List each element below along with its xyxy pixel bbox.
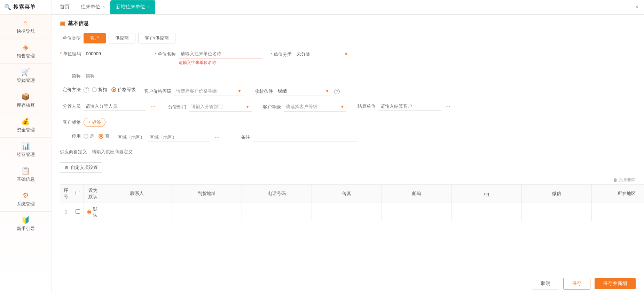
tab-contacts[interactable]: 往来单位 ×: [75, 0, 110, 14]
section-basic-info: ▣ 基本信息: [60, 20, 636, 27]
tab-contacts-close-icon[interactable]: ×: [102, 5, 105, 9]
payment-terms-help-icon[interactable]: ?: [334, 89, 340, 94]
default-radio[interactable]: 默认: [87, 206, 98, 218]
department-select[interactable]: 请输入分管部门 ▼: [189, 102, 252, 112]
sidebar: 🔍 搜索菜单 ⌂ 快捷导航 ◈ 销售管理 🛒 采购管理 📦 库存核算 💰 资金管…: [0, 0, 52, 293]
phone-input[interactable]: [245, 208, 308, 216]
region-group: 区域（地区） ···: [118, 133, 221, 141]
short-name-label: 简称: [60, 73, 81, 79]
region-input[interactable]: [148, 133, 210, 141]
short-name-group: 简称: [60, 72, 181, 80]
customer-level-arrow-icon: ▼: [340, 104, 344, 109]
disabled-no-radio[interactable]: 否: [99, 133, 109, 139]
disabled-yes-radio[interactable]: 是: [84, 133, 94, 139]
customer-price-level-group: 客户价格等级 请选择客户价格等级 ▼: [144, 87, 244, 96]
custom-settings-label: 自定义项设置: [71, 164, 98, 171]
address-input[interactable]: [175, 208, 238, 216]
qq-input[interactable]: [455, 208, 518, 216]
tab-new-contact-close-icon[interactable]: ×: [147, 5, 150, 9]
customer-price-level-label: 客户价格等级: [144, 88, 171, 95]
settlement-unit-label: 结算单位: [355, 103, 376, 109]
select-all-checkbox[interactable]: [76, 191, 80, 195]
add-tag-button[interactable]: + 标签: [84, 118, 105, 127]
disabled-yes-circle: [84, 134, 88, 139]
sidebar-item-base-info[interactable]: 📋 基础信息: [0, 162, 51, 187]
region-table-input[interactable]: [595, 208, 644, 216]
unit-name-input[interactable]: [179, 50, 262, 58]
manager-label: 分管人员: [60, 103, 81, 109]
unit-code-label: 单位编码: [60, 51, 81, 57]
col-email: 邮箱: [382, 185, 452, 203]
finance-icon: 💰: [21, 117, 30, 125]
cell-checkbox: [72, 203, 84, 221]
sidebar-item-beginner[interactable]: 🔰 新手引导: [0, 212, 51, 236]
default-radio-circle: [87, 210, 91, 214]
manager-input[interactable]: [84, 102, 146, 111]
region-more-icon[interactable]: ···: [213, 134, 221, 141]
unit-category-label: 单位分类: [270, 51, 292, 58]
short-name-input[interactable]: [84, 72, 181, 80]
payment-terms-select[interactable]: 现结 ▼: [276, 87, 331, 96]
fax-input[interactable]: [315, 208, 378, 216]
settlement-unit-more-icon[interactable]: ···: [444, 103, 452, 110]
cell-seq: 1: [60, 203, 72, 221]
customer-level-select[interactable]: 请选择客户等级 ▼: [284, 102, 346, 112]
manager-more-icon[interactable]: ···: [149, 103, 157, 110]
col-contact: 联系人: [102, 185, 172, 203]
email-input[interactable]: [385, 208, 448, 216]
gear-icon: ⚙: [64, 165, 69, 170]
col-qq: qq: [452, 185, 522, 203]
type-btn-supplier[interactable]: 供应商: [109, 33, 135, 43]
save-new-button[interactable]: 保存并新增: [595, 278, 636, 289]
contacts-table: 序号 设为默认 联系人 到货地址 电话号码 传真 邮箱 qq 微信 所在地区 操…: [60, 184, 644, 221]
unit-info-row: 单位编码 单位名称 请输入往来单位名称 单位分类 未分类 ▼: [60, 50, 636, 66]
unit-code-input[interactable]: [84, 50, 147, 58]
beginner-icon: 🔰: [21, 216, 30, 224]
sidebar-item-quick-nav[interactable]: ⌂ 快捷导航: [0, 15, 51, 39]
customer-price-level-select[interactable]: 请选择客户价格等级 ▼: [174, 87, 244, 96]
col-address: 到货地址: [172, 185, 242, 203]
sidebar-item-inventory[interactable]: 📦 库存核算: [0, 88, 51, 113]
remark-input[interactable]: [253, 133, 358, 141]
settlement-unit-input[interactable]: [378, 102, 441, 111]
sidebar-item-operations[interactable]: 📊 经营管理: [0, 138, 51, 162]
contact-input[interactable]: [105, 208, 168, 216]
window-close-button[interactable]: ×: [633, 2, 641, 11]
batch-delete-button[interactable]: 🗑 批量删除: [60, 177, 636, 183]
cell-region: [592, 203, 644, 221]
sidebar-item-purchase[interactable]: 🛒 采购管理: [0, 64, 51, 88]
payment-terms-group: 收款条件 现结 ▼ ?: [252, 87, 340, 96]
unit-code-group: 单位编码: [60, 50, 147, 58]
sidebar-search[interactable]: 🔍 搜索菜单: [0, 0, 51, 15]
supplier-custom-input[interactable]: [90, 148, 187, 156]
tag-label: 客户标签: [60, 119, 81, 125]
tab-home[interactable]: 首页: [54, 0, 75, 14]
tab-new-contact[interactable]: 新增往来单位 ×: [110, 0, 155, 14]
cell-qq: [452, 203, 522, 221]
sidebar-item-sales[interactable]: ◈ 销售管理: [0, 39, 51, 64]
pricing-level-radio[interactable]: 价格等级: [111, 87, 136, 93]
default-radio-label: 默认: [92, 206, 98, 218]
type-btn-customer[interactable]: 客户: [84, 33, 106, 43]
save-button[interactable]: 保存: [563, 278, 590, 290]
sidebar-item-finance[interactable]: 💰 资金管理: [0, 113, 51, 138]
sidebar-item-label: 系统管理: [17, 201, 35, 207]
search-icon: 🔍: [4, 4, 11, 10]
pricing-method-group: 定价方法 ? 折扣 价格等级: [60, 87, 136, 93]
pricing-help-icon[interactable]: ?: [84, 87, 89, 92]
type-btn-both[interactable]: 客户/供应商: [138, 33, 175, 43]
sidebar-item-label: 销售管理: [17, 53, 35, 59]
sidebar-item-system[interactable]: ⚙ 系统管理: [0, 187, 51, 212]
type-btn-group: 客户 供应商 客户/供应商: [84, 33, 175, 43]
unit-name-label: 单位名称: [155, 51, 176, 57]
cancel-button[interactable]: 取消: [532, 278, 559, 290]
cell-phone: [242, 203, 312, 221]
unit-category-select[interactable]: 未分类 ▼: [294, 50, 350, 59]
cell-default: 默认: [84, 203, 102, 221]
row-checkbox[interactable]: [76, 209, 80, 214]
custom-settings-button[interactable]: ⚙ 自定义项设置: [60, 162, 102, 173]
settlement-unit-group: 结算单位 ···: [355, 102, 452, 111]
sidebar-item-label: 采购管理: [17, 78, 35, 84]
pricing-discount-radio[interactable]: 折扣: [92, 87, 107, 93]
wechat-input[interactable]: [525, 208, 588, 216]
